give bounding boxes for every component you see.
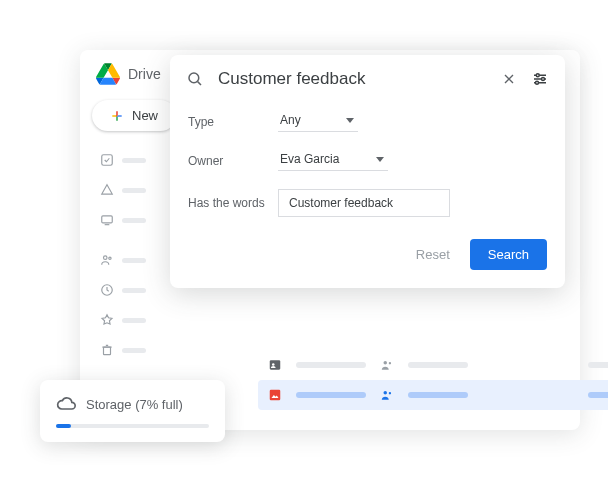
svg-point-14: [536, 74, 539, 77]
row-placeholder: [588, 362, 608, 368]
caret-down-icon: [346, 118, 354, 123]
svg-point-15: [542, 78, 545, 81]
storage-label: Storage (7% full): [86, 397, 183, 412]
list-row-selected[interactable]: [258, 380, 608, 410]
new-button[interactable]: New: [92, 100, 176, 131]
nav-placeholder: [122, 258, 146, 263]
svg-point-9: [389, 362, 391, 364]
image-file-icon: [268, 388, 282, 402]
nav-placeholder: [122, 348, 146, 353]
row-placeholder: [296, 392, 366, 398]
row-placeholder: [296, 362, 366, 368]
filter-actions: Reset Search: [188, 235, 547, 274]
app-title: Drive: [128, 66, 161, 82]
has-words-input[interactable]: [278, 189, 450, 217]
svg-rect-1: [102, 216, 113, 223]
svg-point-2: [104, 256, 108, 259]
shared-icon: [380, 358, 394, 372]
storage-card[interactable]: Storage (7% full): [40, 380, 225, 442]
storage-bar: [56, 424, 209, 428]
caret-down-icon: [376, 157, 384, 162]
people-icon: [100, 253, 114, 267]
nav-item-starred[interactable]: [92, 307, 172, 333]
filter-body: Type Any Owner Eva Garcia Has the words …: [170, 103, 565, 288]
nav-item-mydrive[interactable]: [92, 177, 172, 203]
reset-button[interactable]: Reset: [416, 247, 450, 262]
star-icon: [100, 313, 114, 327]
svg-rect-10: [270, 390, 281, 401]
list-row[interactable]: [258, 350, 608, 380]
close-icon[interactable]: [501, 71, 517, 87]
type-value: Any: [280, 113, 301, 127]
filter-options-icon[interactable]: [531, 70, 549, 88]
row-placeholder: [408, 392, 468, 398]
nav-placeholder: [122, 158, 146, 163]
nav-placeholder: [122, 318, 146, 323]
search-bar: [170, 55, 565, 103]
type-label: Type: [188, 115, 266, 129]
nav-placeholder: [122, 288, 146, 293]
new-button-label: New: [132, 108, 158, 123]
filter-row-words: Has the words: [188, 189, 547, 217]
owner-select[interactable]: Eva Garcia: [278, 150, 388, 171]
drive-triangle-icon: [100, 183, 114, 197]
devices-icon: [100, 213, 114, 227]
svg-rect-5: [104, 347, 111, 355]
nav-item-recent[interactable]: [92, 277, 172, 303]
nav-item-shared[interactable]: [92, 247, 172, 273]
search-icon: [186, 70, 204, 88]
clock-icon: [100, 283, 114, 297]
row-placeholder: [408, 362, 468, 368]
nav-item-priority[interactable]: [92, 147, 172, 173]
filter-row-owner: Owner Eva Garcia: [188, 150, 547, 171]
storage-header: Storage (7% full): [56, 394, 209, 414]
search-button[interactable]: Search: [470, 239, 547, 270]
cloud-icon: [56, 394, 76, 414]
storage-fill: [56, 424, 71, 428]
trash-icon: [100, 343, 114, 357]
words-label: Has the words: [188, 196, 266, 210]
nav-item-trash[interactable]: [92, 337, 172, 363]
row-placeholder: [588, 392, 608, 398]
svg-rect-0: [102, 155, 113, 166]
svg-point-16: [536, 81, 539, 84]
svg-point-3: [109, 257, 111, 259]
plus-icon: [110, 109, 124, 123]
nav-placeholder: [122, 188, 146, 193]
svg-point-12: [389, 392, 391, 394]
sidebar: New: [92, 100, 172, 367]
owner-value: Eva Garcia: [280, 152, 339, 166]
file-list: [258, 350, 608, 410]
drive-logo-icon: [96, 62, 120, 86]
svg-rect-6: [270, 360, 281, 369]
svg-point-7: [272, 363, 275, 366]
search-panel: Type Any Owner Eva Garcia Has the words …: [170, 55, 565, 288]
svg-point-13: [189, 73, 199, 83]
owner-label: Owner: [188, 154, 266, 168]
shared-icon: [380, 388, 394, 402]
type-select[interactable]: Any: [278, 111, 358, 132]
contact-icon: [268, 358, 282, 372]
check-badge-icon: [100, 153, 114, 167]
filter-row-type: Type Any: [188, 111, 547, 132]
nav-placeholder: [122, 218, 146, 223]
svg-point-11: [384, 391, 388, 395]
search-input[interactable]: [218, 69, 487, 89]
svg-point-8: [384, 361, 388, 365]
nav-item-computers[interactable]: [92, 207, 172, 233]
